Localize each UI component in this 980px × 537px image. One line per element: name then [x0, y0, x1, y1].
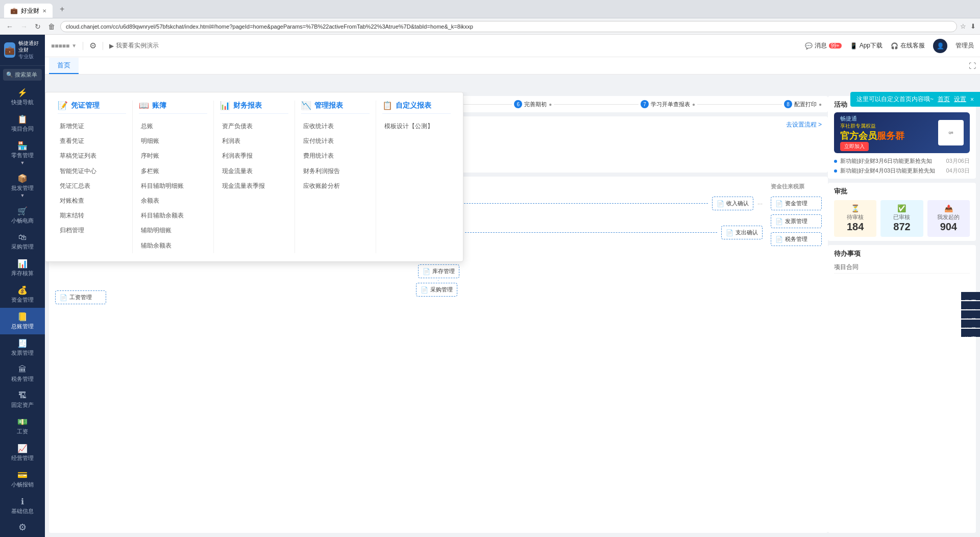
header-settings-icon[interactable]: ⚙ [89, 41, 96, 51]
menu-item-profit-report[interactable]: 财务利润报告 [301, 164, 370, 179]
menu-item-profit[interactable]: 利润表 [220, 134, 288, 149]
sidebar-item-retail[interactable]: 🏪零售管理 ▼ [0, 137, 45, 169]
flow-box-salary[interactable]: 📄 工资管理 [55, 290, 106, 304]
menu-item-period-end[interactable]: 期末结转 [58, 208, 126, 223]
sidebar-item-tax[interactable]: 🏛税务管理 [0, 361, 45, 387]
menu-item-cashflow[interactable]: 现金流量表 [220, 164, 288, 179]
step-7[interactable]: 7 学习开单查报表 ● [641, 100, 695, 108]
sidebar-item-inventory[interactable]: 📊库存核算 [0, 255, 45, 281]
menu-item-subject-balance[interactable]: 科目辅助余额表 [139, 208, 207, 223]
flow-box-inventory[interactable]: 📄 库存管理 [418, 264, 459, 278]
forward-button[interactable]: → [18, 21, 30, 32]
approval-approved[interactable]: ✅ 已审核 872 [880, 200, 923, 237]
news-item-1[interactable]: 新功能|好业财3月6日功能更新抢先知 03月06日 [834, 157, 970, 165]
sidebar-item-invoice[interactable]: 🧾发票管理 [0, 334, 45, 361]
online-service-button[interactable]: 🎧 在线客服 [891, 41, 925, 50]
flow-box-capital-mgmt[interactable]: 📄 资金管理 [771, 197, 822, 210]
sidebar-item-ecom[interactable]: 🛒小畅电商 [0, 202, 45, 229]
sidebar-item-quicknav[interactable]: ⚡快捷导航 [0, 84, 45, 110]
step-line-7 [697, 104, 782, 105]
menu-item-detailed-ledger[interactable]: 明细账 [139, 134, 207, 149]
sidebar-item-assets[interactable]: 🏗固定资产 [0, 387, 45, 413]
menu-item-sequential[interactable]: 序时账 [139, 149, 207, 163]
menu-item-cashflow-quarterly[interactable]: 现金流量表季报 [220, 179, 288, 193]
menu-item-template-design[interactable]: 模板设计【公测】 [382, 119, 451, 134]
step-num-6: 6 [514, 100, 522, 108]
menu-item-aux-balance[interactable]: 辅助余额表 [139, 238, 207, 253]
menu-item-draft-list[interactable]: 草稿凭证列表 [58, 149, 126, 163]
float-service[interactable]: 客服热线 [961, 310, 980, 319]
bookmark-icon[interactable]: ☆ [960, 22, 966, 30]
sidebar-item-project[interactable]: 📋项目合同 [0, 110, 45, 137]
float-community[interactable]: 服务社区 [961, 320, 980, 328]
demo-link[interactable]: ▶ 我要看实例演示 [109, 41, 159, 50]
menu-item-voucher-summary[interactable]: 凭证汇总表 [58, 179, 126, 193]
step-8[interactable]: 8 配置打印 ● [784, 100, 822, 108]
flow-box-expense-confirm[interactable]: 📄 支出确认 [721, 226, 763, 239]
float-help[interactable]: 帮助中心 [961, 301, 980, 309]
todo-item-project[interactable]: 项目合同 [834, 261, 970, 274]
flow-box-invoice-mgmt[interactable]: 📄 发票管理 [771, 214, 822, 228]
menu-item-profit-quarterly[interactable]: 利润表季报 [220, 149, 288, 163]
menu-item-subject-detail[interactable]: 科目辅助明细账 [139, 179, 207, 193]
company-selector[interactable]: ■■■■■ ▼ [51, 42, 77, 50]
sidebar-item-finance[interactable]: 💰资金管理 [0, 281, 45, 308]
activity-banner: 畅捷通 享社群专属权益 官方会员服务群 立即加入 QR [834, 112, 970, 153]
approval-pending[interactable]: ⏳ 待审核 184 [834, 200, 876, 237]
reload-button[interactable]: ↻ [33, 21, 43, 32]
sidebar-item-purchase[interactable]: 🛍采购管理 [0, 229, 45, 255]
news-item-2[interactable]: 新功能|好业财4月03日功能更新抢先知 04月03日 [834, 167, 970, 175]
menu-item-payable-stat[interactable]: 应付统计表 [301, 134, 370, 149]
flow-box-tax-mgmt[interactable]: 📄 税务管理 [771, 232, 822, 246]
menu-item-balance[interactable]: 余额表 [139, 193, 207, 208]
back-button[interactable]: ← [4, 21, 15, 32]
approval-sent[interactable]: 📤 我发起的 904 [927, 200, 970, 237]
menu-item-archive[interactable]: 归档管理 [58, 223, 126, 238]
sidebar-item-mgmt[interactable]: 📈经营管理 [0, 440, 45, 466]
menu-item-reconcile[interactable]: 对账检查 [58, 193, 126, 208]
menu-item-expense-stat[interactable]: 费用统计表 [301, 149, 370, 163]
sidebar-item-base[interactable]: ℹ基础信息 [0, 493, 45, 518]
new-tab-button[interactable]: + [56, 3, 68, 16]
activity-banner-text: 畅捷通 享社群专属权益 官方会员服务群 立即加入 [840, 115, 904, 151]
menu-item-aging[interactable]: 应收账龄分析 [301, 179, 370, 193]
flow-box-purchase[interactable]: 📄 采购管理 [416, 283, 457, 297]
step-line-6 [554, 104, 639, 105]
download-icon[interactable]: ⬇ [970, 22, 976, 30]
step-6[interactable]: 6 完善期初 ● [514, 100, 552, 108]
url-bar[interactable] [60, 21, 957, 32]
menu-item-multi-col[interactable]: 多栏账 [139, 164, 207, 179]
tab-close-icon[interactable]: ✕ [42, 8, 46, 14]
sidebar-settings-button[interactable]: ⚙ [18, 522, 27, 533]
menu-item-receivable-stat[interactable]: 应收统计表 [301, 119, 370, 134]
promo-link1[interactable]: 首页 [938, 95, 950, 104]
menu-item-aux-detail[interactable]: 辅助明细账 [139, 223, 207, 238]
menu-item-balance-sheet[interactable]: 资产负债表 [220, 119, 288, 134]
app-download-button[interactable]: 📱 App下载 [850, 41, 883, 50]
tab-home[interactable]: 首页 [49, 58, 79, 74]
user-avatar[interactable]: 👤 [933, 39, 947, 53]
messages-button[interactable]: 💬 消息 99+ [805, 41, 842, 50]
sidebar-item-salary[interactable]: 💵工资 [0, 413, 45, 440]
browser-tabs: 💼 好业财 ✕ [4, 0, 53, 18]
delete-button[interactable]: 🗑 [46, 21, 57, 32]
join-button[interactable]: 立即加入 [840, 142, 869, 151]
step-dot-6: ● [549, 102, 552, 107]
sidebar: 💼 畅捷通好业财 专业版 🔍 搜索菜单 ⚡快捷导航 📋项目合同 🏪零售管理 ▼ … [0, 35, 45, 537]
sidebar-item-wholesale[interactable]: 📦批发管理 ▼ [0, 169, 45, 202]
float-home-settings[interactable]: 首页设置 [961, 292, 980, 300]
float-desktop[interactable]: 桌面快捷 [961, 329, 980, 337]
flow-box-income-confirm[interactable]: 📄 收入确认 [712, 197, 753, 210]
sidebar-item-expense[interactable]: 💳小畅报销 [0, 466, 45, 493]
sidebar-search-button[interactable]: 🔍 搜索菜单 [3, 69, 42, 81]
sidebar-item-ledger[interactable]: 📒总账管理 [0, 308, 45, 334]
expand-icon[interactable]: ⛶ [969, 62, 976, 70]
menu-item-smart-voucher[interactable]: 智能凭证中心 [58, 164, 126, 179]
menu-item-add-voucher[interactable]: 新增凭证 [58, 119, 126, 134]
promo-close-icon[interactable]: × [970, 96, 974, 103]
promo-link2[interactable]: 设置 [954, 95, 966, 104]
dropdown-menu: 📝 凭证管理 新增凭证 查看凭证 草稿凭证列表 智能凭证中心 凭证汇总表 对账检… [45, 92, 463, 262]
active-tab[interactable]: 💼 好业财 ✕ [4, 4, 53, 18]
menu-item-view-voucher[interactable]: 查看凭证 [58, 134, 126, 149]
menu-item-general-ledger[interactable]: 总账 [139, 119, 207, 134]
